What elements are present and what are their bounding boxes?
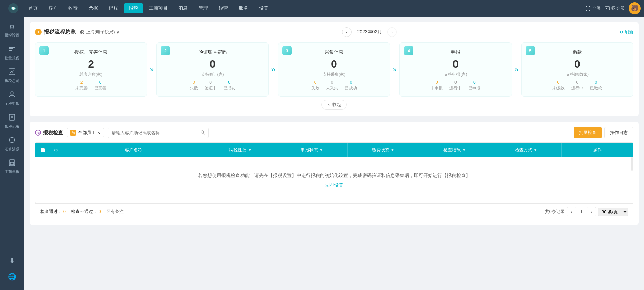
batch-check-btn[interactable]: 批量检查 xyxy=(574,127,602,138)
card-3-count: 0 xyxy=(284,58,384,70)
svg-rect-12 xyxy=(9,47,15,48)
nav-settings[interactable]: 设置 xyxy=(254,3,273,13)
nav-service[interactable]: 服务 xyxy=(234,3,253,13)
location-selector[interactable]: 上海(电子税局) ∨ xyxy=(80,29,120,35)
overview-title: + 报税流程总览 xyxy=(35,29,76,36)
svg-rect-13 xyxy=(9,48,13,49)
stat-verified: 0 已成功 xyxy=(223,80,235,91)
stat-not-filed: 0 未申报 xyxy=(431,80,443,91)
download-icon[interactable]: ⬇ xyxy=(7,254,18,267)
th-operation: 操作 xyxy=(561,143,633,157)
per-page-select[interactable]: 30 条/页50 条/页100 条/页 xyxy=(598,208,628,216)
employee-selector[interactable]: 员 全部员工 ∨ xyxy=(67,128,104,137)
nav-tax[interactable]: 报税 xyxy=(124,3,143,13)
card-4-count: 0 xyxy=(405,58,506,70)
nav-manage[interactable]: 管理 xyxy=(194,3,213,13)
check-section: ◎ 报税检查 员 全部员工 ∨ 批量检查 操作日志 xyxy=(30,122,639,225)
stat-filed: 0 已申报 xyxy=(468,80,480,91)
filter-payment-status-icon: ▼ xyxy=(391,148,394,152)
next-month-btn[interactable]: › xyxy=(387,27,397,37)
current-date: 2023年02月 xyxy=(357,29,382,35)
step-3-badge: 3 xyxy=(282,46,292,55)
check-header: ◎ 报税检查 员 全部员工 ∨ 批量检查 操作日志 xyxy=(35,127,633,138)
flow-card-2: 2 验证账号密码 0 支持验证(家) 0 失败 0 验证中 0 已成功 xyxy=(156,42,268,97)
nav-right-controls: 全屏 畅会员 🐻 xyxy=(585,2,641,14)
svg-rect-7 xyxy=(586,9,586,11)
pass-count: 检查通过： 0 xyxy=(40,209,66,215)
card-4-sub: 支持申报(家) xyxy=(405,72,506,77)
fail-value[interactable]: 0 xyxy=(98,209,101,214)
arrow-1: » xyxy=(147,42,156,97)
nav-home[interactable]: 首页 xyxy=(23,3,42,13)
chevron-up-icon: ∧ xyxy=(327,102,330,107)
fullscreen-btn[interactable]: 全屏 xyxy=(585,5,601,11)
sidebar-item-annual-report[interactable]: 工商年报 xyxy=(0,156,24,178)
th-tax-nature[interactable]: 纳税性质 ▼ xyxy=(205,143,276,157)
batch-tax-icon xyxy=(8,45,16,54)
total-records: 共0条记录 xyxy=(545,209,565,215)
nav-operation[interactable]: 经营 xyxy=(214,3,233,13)
nav-account[interactable]: 记账 xyxy=(104,3,123,13)
th-payment-status[interactable]: 缴费状态 ▼ xyxy=(347,143,419,157)
sidebar-item-tax-overview[interactable]: 报税总览 xyxy=(0,65,24,87)
filter-tax-nature-icon: ▼ xyxy=(248,148,252,152)
th-checkbox[interactable] xyxy=(35,148,50,152)
scrollbar[interactable] xyxy=(631,157,633,171)
nav-business[interactable]: 工商项目 xyxy=(144,3,172,13)
prev-page-btn[interactable]: ‹ xyxy=(567,207,576,216)
employee-icon: 员 xyxy=(70,130,76,136)
footer-note: 囧有备注 xyxy=(106,209,124,215)
nav-message[interactable]: 消息 xyxy=(174,3,193,13)
step-5-badge: 5 xyxy=(526,46,535,55)
setup-link[interactable]: 立即设置 xyxy=(325,180,343,190)
dropdown-chevron-icon: ∨ xyxy=(98,130,101,135)
sidebar-item-tax-records[interactable]: 报税记录 xyxy=(0,110,24,132)
card-3-sub: 支持采集(家) xyxy=(284,72,384,77)
svg-point-26 xyxy=(201,131,204,133)
nav-invoice[interactable]: 票据 xyxy=(84,3,103,13)
svg-rect-17 xyxy=(9,114,15,120)
stat-verifying: 0 验证中 xyxy=(205,80,217,91)
collapse-btn[interactable]: ∧ 收起 xyxy=(321,100,347,110)
prev-month-btn[interactable]: ‹ xyxy=(342,27,352,37)
member-btn[interactable]: 畅会员 xyxy=(605,5,625,11)
card-3-title: 采集信息 xyxy=(284,49,384,55)
card-2-count: 0 xyxy=(162,58,263,70)
th-check-method[interactable]: 检查方式 ▼ xyxy=(490,143,561,157)
stat-fail-3: 0 失败 xyxy=(311,80,319,91)
next-page-btn[interactable]: › xyxy=(587,207,596,216)
sidebar-item-tax-settings[interactable]: ⚙ 报税设置 xyxy=(0,20,24,41)
date-navigation: ‹ 2023年02月 › xyxy=(342,27,397,37)
sidebar-item-batch-tax[interactable]: 批量报税 xyxy=(0,42,24,64)
card-2-title: 验证账号密码 xyxy=(162,49,263,55)
flow-card-1: 1 授权、完善信息 2 总客户数(家) 2 未完善 0 已完善 xyxy=(35,42,147,97)
card-5-count: 0 xyxy=(527,58,628,70)
search-btn[interactable] xyxy=(197,128,208,138)
refresh-btn[interactable]: ↻ 刷新 xyxy=(620,29,633,35)
network-icon[interactable]: 🌐 xyxy=(5,270,19,283)
sidebar-item-settlement[interactable]: 汇算清缴 xyxy=(0,133,24,155)
stat-collected: 0 已成功 xyxy=(345,80,357,91)
top-navigation: 首页 客户 收费 票据 记账 报税 工商项目 消息 管理 经营 服务 设置 全屏… xyxy=(0,0,644,17)
th-gear-icon[interactable]: ⚙ xyxy=(50,148,62,153)
operation-log-btn[interactable]: 操作日志 xyxy=(604,127,633,138)
stat-paying: 0 进行中 xyxy=(571,80,583,91)
pass-value[interactable]: 0 xyxy=(63,209,66,214)
main-content: + 报税流程总览 上海(电子税局) ∨ ‹ 2023年02月 › ↻ 刷新 1 xyxy=(24,17,644,290)
th-filing-status[interactable]: 申报状态 ▼ xyxy=(276,143,347,157)
sidebar-item-personal-tax[interactable]: 个税申报 xyxy=(0,87,24,110)
th-customer-name: 客户名称 xyxy=(62,143,205,157)
card-5-sub: 支持缴款(家) xyxy=(527,72,628,77)
select-all-checkbox[interactable] xyxy=(41,148,45,152)
svg-line-27 xyxy=(203,133,205,134)
stat-incomplete: 2 未完善 xyxy=(75,80,88,91)
settlement-icon xyxy=(8,136,16,145)
stat-not-collected: 0 未采集 xyxy=(326,80,338,91)
search-input[interactable] xyxy=(108,128,197,137)
card-5-stats: 0 未缴款 0 进行中 0 已缴款 xyxy=(527,80,628,91)
th-check-result[interactable]: 检查结果 ▼ xyxy=(419,143,490,157)
tax-records-icon xyxy=(8,114,16,123)
nav-customer[interactable]: 客户 xyxy=(44,3,62,13)
nav-fee[interactable]: 收费 xyxy=(64,3,83,13)
card-4-title: 申报 xyxy=(405,49,506,55)
